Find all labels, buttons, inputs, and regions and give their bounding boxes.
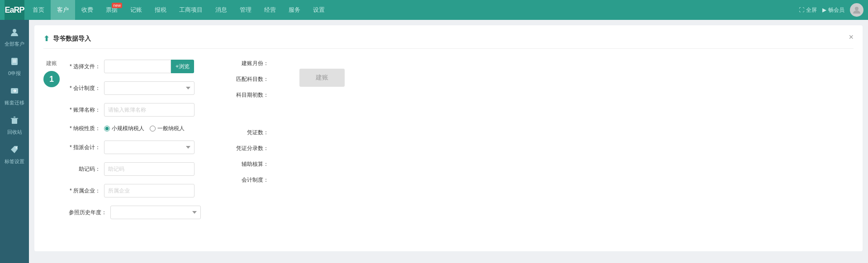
file-input[interactable]: [104, 60, 171, 73]
tax-general-radio[interactable]: 一般纳税人: [150, 125, 185, 132]
top-right-area: ⛶ 全屏 ▶ 畅会员: [799, 3, 863, 17]
declare-icon: [9, 56, 19, 69]
sidebar-item-all-clients[interactable]: 全部客户: [0, 23, 29, 51]
svg-rect-7: [12, 118, 17, 124]
sidebar-item-tags[interactable]: 标签设置: [0, 141, 29, 169]
voucher-row: 凭证数：: [228, 129, 272, 136]
accounting-system-label: 会计制度：: [228, 176, 269, 184]
sidebar-label-trash: 回收站: [7, 129, 22, 136]
right-fields: 建账月份： 匹配科目数： 科目期初数：: [228, 60, 272, 219]
ledger-name-input[interactable]: [104, 103, 194, 117]
step-circle: 1: [43, 71, 60, 87]
accounting-system-row: 会计制度：: [228, 176, 272, 184]
history-year-label: 参照历史年度：: [69, 209, 107, 216]
nav-item-tax[interactable]: 报税: [148, 0, 173, 20]
panel-header: ⬆ 导爷数据导入: [43, 34, 854, 49]
match-subjects-label: 匹配科目数：: [228, 75, 269, 83]
accountant-select[interactable]: [104, 141, 194, 154]
aux-calc-label: 辅助核算：: [228, 160, 269, 168]
voucher-entries-label: 凭证分录数：: [228, 145, 269, 152]
nav-item-bookkeeping[interactable]: 记账: [124, 0, 148, 20]
build-button: 建账: [299, 69, 345, 87]
nav-item-invoice[interactable]: 票据new: [100, 0, 124, 20]
nav-item-message[interactable]: 消息: [209, 0, 233, 20]
left-fields: * 选择文件： +浏览 * 会计制度：: [69, 60, 201, 219]
company-row: * 所属企业：: [69, 184, 201, 197]
nav-item-fee[interactable]: 收费: [75, 0, 100, 20]
migrate-icon: [9, 86, 19, 98]
sidebar-item-trash[interactable]: 回收站: [0, 112, 29, 139]
file-input-group: +浏览: [104, 60, 194, 73]
fullscreen-btn[interactable]: ⛶ 全屏: [799, 6, 817, 14]
svg-point-1: [13, 29, 16, 33]
spacer: [228, 107, 272, 121]
memo-input[interactable]: [104, 162, 194, 176]
tax-type-row: * 纳税性质： 小规模纳税人 一般纳税人: [69, 125, 201, 132]
history-year-select[interactable]: [110, 206, 201, 219]
vip-icon: ▶: [822, 7, 826, 13]
panel-title: 导爷数据导入: [53, 35, 91, 43]
nav-item-client[interactable]: 客户: [51, 0, 75, 20]
sidebar-label-migrate: 账套迁移: [5, 99, 24, 106]
nav-menu: 首页 客户 收费 票据new 记账 报税 工商项目 消息 管理 经营 服务 设置: [26, 0, 331, 20]
svg-rect-2: [11, 58, 18, 65]
memo-label: 助记码：: [69, 165, 100, 173]
nav-item-settings[interactable]: 设置: [307, 0, 331, 20]
accounting-label: * 会计制度：: [69, 85, 100, 92]
period-init-label: 科目期初数：: [228, 91, 269, 99]
svg-point-10: [16, 147, 17, 149]
sidebar-label-tags: 标签设置: [5, 158, 24, 165]
tax-small-input[interactable]: [104, 126, 110, 132]
tax-general-label: 一般纳税人: [157, 125, 185, 132]
trash-icon: [9, 115, 19, 127]
top-navigation: EaRP 首页 客户 收费 票据new 记账 报税 工商项目 消息 管理 经营 …: [0, 0, 868, 20]
fullscreen-icon: ⛶: [799, 7, 804, 13]
ledger-name-label: * 账簿名称：: [69, 106, 100, 114]
company-label: * 所属企业：: [69, 187, 100, 195]
nav-item-operation[interactable]: 经营: [258, 0, 282, 20]
tax-radio-group: 小规模纳税人 一般纳税人: [104, 125, 185, 132]
build-month-row: 建账月份：: [228, 60, 272, 67]
company-input[interactable]: [104, 184, 194, 197]
nav-item-manage[interactable]: 管理: [233, 0, 258, 20]
tax-small-radio[interactable]: 小规模纳税人: [104, 125, 144, 132]
action-column: 建账: [299, 60, 345, 219]
page-panel: ⬆ 导爷数据导入 × 建账 1 * 选择文件：: [34, 25, 863, 251]
all-clients-icon: [9, 27, 19, 39]
match-subjects-row: 匹配科目数：: [228, 75, 272, 83]
nav-item-home[interactable]: 首页: [26, 0, 51, 20]
voucher-entries-row: 凭证分录数：: [228, 145, 272, 152]
accountant-row: * 指派会计：: [69, 141, 201, 154]
import-icon: ⬆: [43, 34, 49, 43]
user-avatar[interactable]: [850, 3, 863, 17]
accounting-row: * 会计制度：: [69, 81, 201, 95]
sidebar-item-migrate[interactable]: 账套迁移: [0, 82, 29, 110]
accounting-select[interactable]: [104, 81, 194, 95]
fullscreen-label: 全屏: [806, 6, 817, 14]
app-logo: EaRP: [5, 0, 24, 20]
step-wrapper: 建账 1: [43, 60, 60, 87]
sidebar-item-declare[interactable]: 0申报: [0, 53, 29, 80]
tax-small-label: 小规模纳税人: [112, 125, 144, 132]
sidebar-label-all-clients: 全部客户: [5, 41, 24, 47]
memo-row: 助记码：: [69, 162, 201, 176]
form-wrapper: 建账 1 * 选择文件： +浏览: [43, 60, 854, 219]
tax-general-input[interactable]: [150, 126, 156, 132]
sidebar-label-declare: 0申报: [8, 70, 21, 77]
vip-btn[interactable]: ▶ 畅会员: [822, 6, 844, 14]
sidebar: 全部客户 0申报 账套迁移: [0, 20, 29, 263]
nav-item-service[interactable]: 服务: [282, 0, 307, 20]
build-month-label: 建账月份：: [228, 60, 269, 67]
form-columns: * 选择文件： +浏览 * 会计制度：: [69, 60, 854, 219]
tags-icon: [9, 145, 19, 157]
voucher-label: 凭证数：: [228, 129, 269, 136]
vip-label: 畅会员: [828, 6, 844, 14]
nav-item-business[interactable]: 工商项目: [173, 0, 209, 20]
browse-button[interactable]: +浏览: [171, 60, 194, 73]
period-init-row: 科目期初数：: [228, 91, 272, 99]
close-button[interactable]: ×: [849, 33, 854, 42]
main-layout: 全部客户 0申报 账套迁移: [0, 20, 868, 263]
history-year-row: 参照历史年度：: [69, 206, 201, 219]
content-area: ⬆ 导爷数据导入 × 建账 1 * 选择文件：: [29, 20, 868, 263]
file-select-row: * 选择文件： +浏览: [69, 60, 201, 73]
